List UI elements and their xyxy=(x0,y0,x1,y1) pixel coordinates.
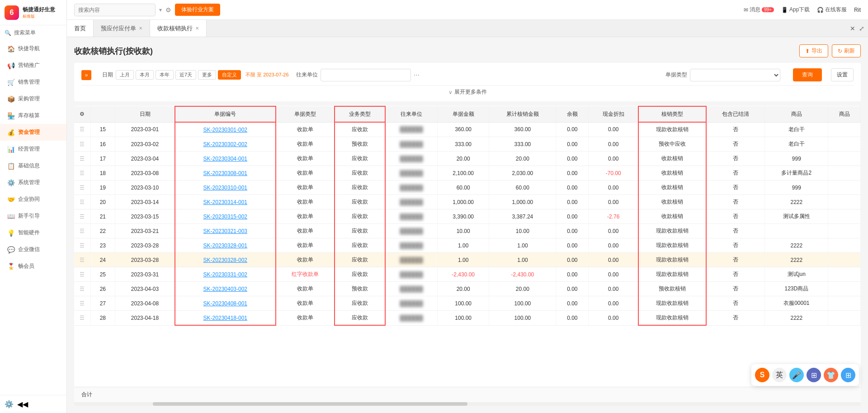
tab-collection-cancel[interactable]: 收款核销执行 ✕ xyxy=(150,20,207,37)
cell-goods2 xyxy=(828,296,861,311)
voucher-no-link[interactable]: SK-20230301-002 xyxy=(203,127,247,133)
sidebar-item-finance[interactable]: 💰 资金管理 xyxy=(0,124,66,141)
float-s-btn[interactable]: S xyxy=(755,368,769,382)
maximize-icon[interactable]: ⤢ xyxy=(859,25,864,32)
sidebar-item-quick-nav[interactable]: 🏠 快捷导航 xyxy=(0,40,66,57)
sidebar-search[interactable]: 🔍 搜索菜单 xyxy=(0,25,66,40)
voucher-no-link[interactable]: SK-20230310-001 xyxy=(203,185,247,191)
table-row[interactable]: ☰ 25 2023-03-31 SK-20230331-002 红字收款单 应收… xyxy=(74,267,861,282)
settings-icon[interactable]: ⚙️ xyxy=(5,400,14,408)
user-name[interactable]: Rit xyxy=(854,7,861,13)
topbar-gear-icon[interactable]: ⚙ xyxy=(165,6,171,14)
cell-cancel-type: 现款收款核销 xyxy=(638,253,706,267)
cell-balance: 0.00 xyxy=(556,267,589,282)
table-row[interactable]: ☰ 19 2023-03-10 SK-20230310-001 收款单 应收款 … xyxy=(74,180,861,195)
float-mic-btn[interactable]: 🎤 xyxy=(789,368,804,382)
cell-no: 26 xyxy=(90,282,115,296)
voucher-no-link[interactable]: SK-20230328-001 xyxy=(203,242,247,249)
filter-toggle-btn[interactable]: » xyxy=(81,70,91,80)
voucher-no-link[interactable]: SK-20230328-002 xyxy=(203,257,247,263)
table-row[interactable]: ☰ 22 2023-03-21 SK-20230321-003 收款单 应收款 … xyxy=(74,224,861,238)
sidebar-item-enterprise[interactable]: 🤝 企业协同 xyxy=(0,191,66,208)
date-btn-this-month[interactable]: 本月 xyxy=(136,70,154,80)
cell-voucher-type: 收款单 xyxy=(276,224,335,238)
counterpart-more-icon[interactable]: ··· xyxy=(414,71,420,79)
refresh-btn[interactable]: ↻ 刷新 xyxy=(832,44,861,57)
col-header-settings[interactable]: ⚙ xyxy=(74,106,90,122)
tab-home[interactable]: 首页 xyxy=(67,20,94,37)
sidebar-item-member[interactable]: 🎖️ 畅会员 xyxy=(0,258,66,275)
float-grid-btn[interactable]: ⊞ xyxy=(807,368,821,382)
voucher-no-link[interactable]: SK-20230418-001 xyxy=(203,315,247,321)
table-row[interactable]: ☰ 28 2023-04-18 SK-20230418-001 收款单 应收款 … xyxy=(74,311,861,326)
sidebar-item-marketing[interactable]: 📢 营销推广 xyxy=(0,57,66,74)
table-row[interactable]: ☰ 27 2023-04-08 SK-20230408-001 收款单 应收款 … xyxy=(74,296,861,311)
date-btn-7days[interactable]: 近7天 xyxy=(175,70,196,80)
date-btn-this-year[interactable]: 本年 xyxy=(156,70,174,80)
table-row[interactable]: ☰ 24 2023-03-28 SK-20230328-002 收款单 应收款 … xyxy=(74,253,861,267)
tab-receivable-close[interactable]: ✕ xyxy=(139,26,142,31)
table-row[interactable]: ☰ 16 2023-03-02 SK-20230302-002 收款单 预收款 … xyxy=(74,137,861,152)
voucher-no-link[interactable]: SK-20230408-001 xyxy=(203,300,247,307)
voucher-no-link[interactable]: SK-20230403-002 xyxy=(203,286,247,292)
solution-btn[interactable]: 体验行业方案 xyxy=(175,4,220,16)
table-scroll-area[interactable]: ⚙ 日期 单据编号 单据类型 业务类型 往来单位 单据金额 累计核销金额 余额 … xyxy=(74,106,861,387)
filter-row: » 日期 上月 本月 本年 近7天 更多 自定义 不限 至 2023-07-26… xyxy=(81,68,854,81)
sidebar-item-wechat[interactable]: 💬 企业微信 xyxy=(0,241,66,258)
query-btn[interactable]: 查询 xyxy=(793,68,822,81)
cell-cancel-type: 收款核销 xyxy=(638,195,706,209)
sidebar-item-hardware[interactable]: 💡 智能硬件 xyxy=(0,224,66,241)
table-row[interactable]: ☰ 17 2023-03-04 SK-20230304-001 收款单 应收款 … xyxy=(74,152,861,166)
date-btn-last-month[interactable]: 上月 xyxy=(116,70,134,80)
cell-no: 23 xyxy=(90,238,115,253)
sidebar-item-system[interactable]: ⚙️ 系统管理 xyxy=(0,174,66,191)
tab-receivable[interactable]: 预应付应付单 ✕ xyxy=(94,20,150,37)
sidebar-item-sales[interactable]: 🛒 销售管理 xyxy=(0,74,66,90)
tab-collection-close[interactable]: ✕ xyxy=(195,26,199,31)
cell-settings: ☰ xyxy=(74,180,90,195)
voucher-no-link[interactable]: SK-20230302-002 xyxy=(203,141,247,147)
voucher-no-link[interactable]: SK-20230314-001 xyxy=(203,199,247,205)
voucher-no-link[interactable]: SK-20230308-001 xyxy=(203,170,247,176)
topbar-search-input[interactable] xyxy=(74,4,156,16)
counterpart-input[interactable] xyxy=(321,69,411,81)
table-row[interactable]: ☰ 23 2023-03-28 SK-20230328-001 收款单 应收款 … xyxy=(74,238,861,253)
float-puzzle-btn[interactable]: ⊞ xyxy=(841,368,855,382)
table-row[interactable]: ☰ 20 2023-03-14 SK-20230314-001 收款单 应收款 … xyxy=(74,195,861,209)
messages-area[interactable]: ✉ 消息 99+ xyxy=(744,6,774,14)
col-header-goods2: 商品 xyxy=(828,106,861,122)
export-btn[interactable]: ⬆ 导出 xyxy=(799,44,828,57)
sidebar-item-operations[interactable]: 📊 经营管理 xyxy=(0,141,66,157)
filter-expand-btn[interactable]: ∨ 展开更多条件 xyxy=(81,85,854,96)
sidebar-item-purchase[interactable]: 📦 采购管理 xyxy=(0,90,66,107)
cell-balance: 0.00 xyxy=(556,282,589,296)
voucher-type-select[interactable] xyxy=(690,69,780,81)
sidebar-item-inventory[interactable]: 🏪 库存核算 xyxy=(0,107,66,124)
cell-include-settled: 否 xyxy=(706,282,765,296)
cell-counterpart: ██████ xyxy=(385,122,438,137)
date-btn-custom[interactable]: 自定义 xyxy=(218,70,241,80)
table-row[interactable]: ☰ 21 2023-03-15 SK-20230315-002 收款单 应收款 … xyxy=(74,209,861,224)
voucher-no-link[interactable]: SK-20230331-002 xyxy=(203,271,247,278)
sidebar-item-basic[interactable]: 📋 基础信息 xyxy=(0,157,66,174)
voucher-no-link[interactable]: SK-20230321-003 xyxy=(203,228,247,234)
service-area[interactable]: 🎧 在线客服 xyxy=(817,6,847,14)
settings-btn[interactable]: 设置 xyxy=(831,68,854,81)
date-btn-more[interactable]: 更多 xyxy=(198,70,216,80)
table-row[interactable]: ☰ 18 2023-03-08 SK-20230308-001 收款单 应收款 … xyxy=(74,166,861,180)
scrollbar-thumb[interactable] xyxy=(153,402,467,406)
table-row[interactable]: ☰ 26 2023-04-03 SK-20230403-002 收款单 预收款 … xyxy=(74,282,861,296)
voucher-no-link[interactable]: SK-20230304-001 xyxy=(203,156,247,162)
voucher-no-link[interactable]: SK-20230315-002 xyxy=(203,214,247,220)
cell-no: 22 xyxy=(90,224,115,238)
close-tab-icon[interactable]: ✕ xyxy=(850,25,855,32)
float-shirt-btn[interactable]: 👕 xyxy=(824,368,838,382)
cell-goods: 2222 xyxy=(765,195,828,209)
sidebar-item-guide[interactable]: 📖 新手引导 xyxy=(0,208,66,224)
collapse-icon[interactable]: ◀◀ xyxy=(17,400,28,408)
app-download-area[interactable]: 📱 App下载 xyxy=(781,6,810,14)
table-row[interactable]: ☰ 15 2023-03-01 SK-20230301-002 收款单 应收款 … xyxy=(74,122,861,137)
chevron-down-icon: ∨ xyxy=(448,89,453,95)
table-scrollbar[interactable] xyxy=(74,402,861,406)
float-dot-btn[interactable]: 英 xyxy=(772,368,787,382)
